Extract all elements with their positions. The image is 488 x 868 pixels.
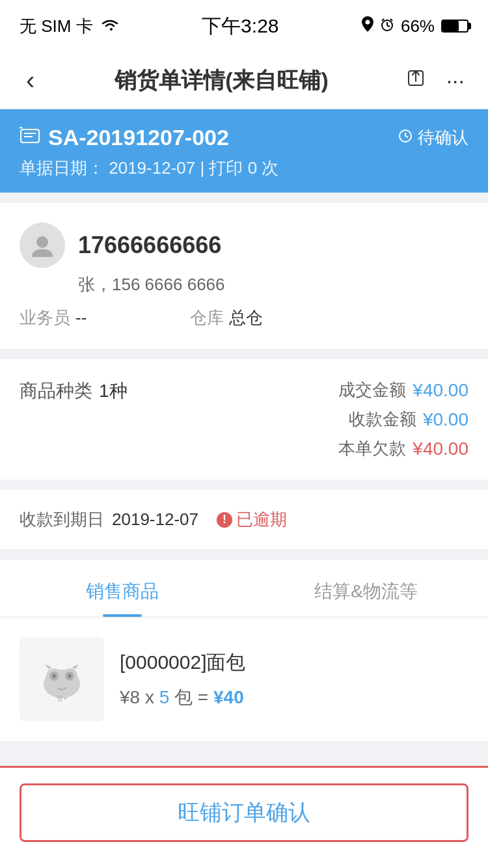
confirm-order-button[interactable]: 旺铺订单确认 [20,783,468,842]
order-icon [20,125,40,150]
nav-bar: ‹ 销货单详情(来自旺铺) ··· [0,52,488,109]
battery-percent: 66% [401,16,435,36]
amount-summary: 成交金额 ¥40.00 收款金额 ¥0.00 本单欠款 ¥40.00 [338,379,468,460]
debt-label: 本单欠款 [338,437,406,460]
nav-actions: ··· [402,64,468,97]
amount-item: 成交金额 ¥40.00 [338,379,468,401]
svg-line-3 [387,25,390,27]
tab-settlement[interactable]: 结算&物流等 [244,560,488,617]
summary-section: 商品种类 1种 成交金额 ¥40.00 收款金额 ¥0.00 本单欠款 ¥40.… [0,359,488,480]
due-label: 收款到期日 [20,508,104,531]
location-icon [362,16,373,36]
order-id-row: SA-20191207-002 待确认 [20,125,468,150]
print-info: | 打印 0 次 [200,158,278,178]
confirm-button-wrap: 旺铺订单确认 [0,766,488,868]
alarm-icon [380,16,394,36]
order-id-text: SA-20191207-002 [48,125,229,150]
product-type: 商品种类 1种 [20,379,128,403]
due-section: 收款到期日 2019-12-07 ! 已逾期 [0,490,488,549]
battery-icon [441,20,468,33]
warehouse-item: 仓库 总仓 [190,306,263,329]
due-date-value: 2019-12-07 [112,509,198,530]
customer-section: 17666666666 张，156 6666 6666 业务员 -- 仓库 总仓 [0,203,488,349]
product-info: [0000002]面包 ¥8 x 5 包 = ¥40 [120,649,468,710]
svg-line-11 [405,136,408,137]
product-thumbnail: 管+ [20,637,104,722]
product-total: ¥40 [213,687,244,707]
tab-sales-products[interactable]: 销售商品 [0,560,244,617]
status-time: 下午3:28 [202,13,278,40]
date-label: 单据日期： [20,158,104,178]
overdue-icon: ! [217,512,232,528]
warehouse-label: 仓库 [190,306,224,329]
debt-value: ¥40.00 [413,439,468,459]
received-value: ¥0.00 [423,409,468,430]
avatar [20,223,65,268]
received-label: 收款金额 [349,408,416,431]
customer-meta-row: 业务员 -- 仓库 总仓 [20,306,468,329]
customer-name-info: 张，156 6666 6666 [78,273,468,296]
order-header-card: SA-20191207-002 待确认 单据日期： 2019-12-07 | 打… [0,109,488,193]
amount-label: 成交金额 [338,379,406,401]
svg-point-19 [68,674,72,678]
salesperson-value: -- [75,308,87,328]
svg-point-0 [365,20,370,24]
customer-row: 17666666666 [20,223,468,268]
product-qty: 5 [159,687,170,707]
page-title: 销货单详情(来自旺铺) [41,66,401,96]
wifi-icon [101,16,119,36]
order-date: 2019-12-07 [109,158,195,178]
tabs-section: 销售商品 结算&物流等 管+ [0,560,488,741]
product-price: ¥8 [120,687,140,707]
warehouse-value: 总仓 [229,306,263,329]
status-left: 无 SIM 卡 [20,15,119,38]
overdue-badge: ! 已逾期 [217,508,287,531]
product-multiply: x [145,687,159,707]
carrier-text: 无 SIM 卡 [20,15,93,38]
order-date-row: 单据日期： 2019-12-07 | 打印 0 次 [20,157,468,180]
more-button[interactable]: ··· [442,64,468,97]
product-equals: = [198,687,213,707]
back-button[interactable]: ‹ [20,59,41,102]
svg-point-18 [52,674,56,678]
summary-row: 商品种类 1种 成交金额 ¥40.00 收款金额 ¥0.00 本单欠款 ¥40.… [20,379,468,460]
salesperson-item: 业务员 -- [20,306,87,329]
product-type-value: 1种 [99,379,128,403]
order-id: SA-20191207-002 [20,125,229,150]
product-name: [0000002]面包 [120,649,468,676]
share-button[interactable] [402,64,429,97]
svg-point-12 [36,236,48,248]
status-bar: 无 SIM 卡 下午3:28 66% [0,0,488,52]
product-price-row: ¥8 x 5 包 = ¥40 [120,685,468,710]
status-clock-icon [398,128,413,148]
status-right: 66% [362,16,468,36]
product-type-label: 商品种类 [20,379,92,403]
received-item: 收款金额 ¥0.00 [349,408,468,431]
status-text: 待确认 [418,126,468,149]
product-unit: 包 [174,687,193,707]
debt-item: 本单欠款 ¥40.00 [338,437,468,460]
svg-text:管+: 管+ [57,695,67,702]
salesperson-label: 业务员 [20,306,70,329]
customer-phone: 17666666666 [78,232,221,259]
amount-value: ¥40.00 [413,380,468,401]
order-status: 待确认 [398,126,468,149]
tabs-row: 销售商品 结算&物流等 [0,560,488,617]
overdue-text: 已逾期 [236,508,287,531]
product-item: 管+ [0000002]面包 ¥8 x 5 包 = ¥40 [0,617,488,741]
